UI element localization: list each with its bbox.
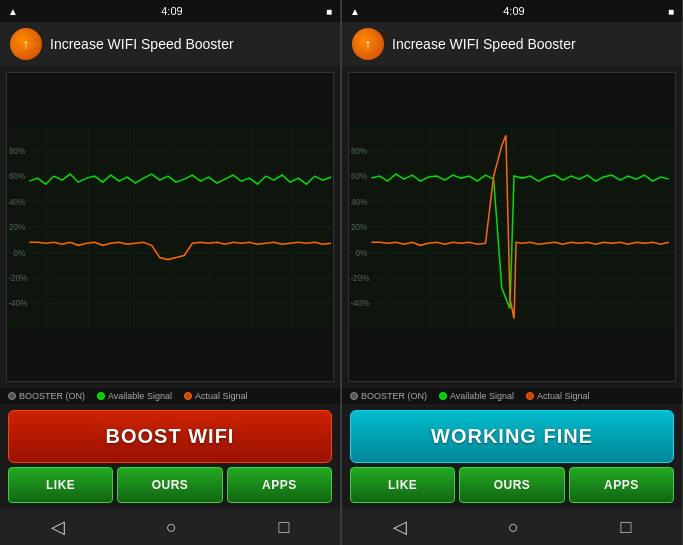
ours-button-left[interactable]: OURS xyxy=(117,467,222,503)
back-icon-right[interactable]: ◁ xyxy=(393,516,407,538)
bottom-buttons-right: LIKE OURS APPS xyxy=(350,467,674,503)
svg-text:-20%: -20% xyxy=(8,274,27,283)
wifi-icon-left: ▲ xyxy=(8,6,18,17)
battery-icon-left: ■ xyxy=(326,6,332,17)
status-icons-left: ▲ xyxy=(8,6,18,17)
svg-text:20%: 20% xyxy=(9,223,25,232)
battery-icon-right: ■ xyxy=(668,6,674,17)
apps-button-left[interactable]: APPS xyxy=(227,467,332,503)
nav-bar-right: ◁ ○ □ xyxy=(342,509,682,545)
legend-booster-label-left: BOOSTER (ON) xyxy=(19,391,85,401)
legend-actual-label-right: Actual Signal xyxy=(537,391,590,401)
chart-area-left: 80% 60% 40% 20% 0% -20% -40% xyxy=(6,72,334,382)
chart-svg-left: 80% 60% 40% 20% 0% -20% -40% xyxy=(7,73,333,381)
app-title-left: Increase WIFI Speed Booster xyxy=(50,36,234,52)
chart-legend-right: BOOSTER (ON) Available Signal Actual Sig… xyxy=(342,388,682,404)
app-logo-right: ↑ xyxy=(352,28,384,60)
ours-button-right[interactable]: OURS xyxy=(459,467,564,503)
right-panel: ▲ 4:09 ■ ↑ Increase WIFI Speed Booster xyxy=(342,0,683,545)
battery-icons-right: ■ xyxy=(668,6,674,17)
svg-text:20%: 20% xyxy=(351,223,367,232)
recents-icon-left[interactable]: □ xyxy=(278,517,289,538)
chart-area-right: 80% 60% 40% 20% 0% -20% -40% xyxy=(348,72,676,382)
home-icon-left[interactable]: ○ xyxy=(166,517,177,538)
wifi-icon-right: ▲ xyxy=(350,6,360,17)
chart-svg-right: 80% 60% 40% 20% 0% -20% -40% xyxy=(349,73,675,381)
svg-text:60%: 60% xyxy=(351,172,367,181)
like-button-right[interactable]: LIKE xyxy=(350,467,455,503)
legend-dot-orange-right xyxy=(526,392,534,400)
legend-dot-gray-right xyxy=(350,392,358,400)
recents-icon-right[interactable]: □ xyxy=(620,517,631,538)
back-icon-left[interactable]: ◁ xyxy=(51,516,65,538)
left-panel: ▲ 4:09 ■ ↑ Increase WIFI Speed Booster xyxy=(0,0,341,545)
legend-actual-left: Actual Signal xyxy=(184,391,248,401)
legend-dot-green-left xyxy=(97,392,105,400)
legend-available-label-left: Available Signal xyxy=(108,391,172,401)
chart-legend-left: BOOSTER (ON) Available Signal Actual Sig… xyxy=(0,388,340,404)
app-logo-left: ↑ xyxy=(10,28,42,60)
like-button-left[interactable]: LIKE xyxy=(8,467,113,503)
legend-actual-right: Actual Signal xyxy=(526,391,590,401)
svg-text:-40%: -40% xyxy=(8,299,27,308)
svg-text:0%: 0% xyxy=(356,249,368,258)
legend-dot-gray-left xyxy=(8,392,16,400)
bottom-buttons-left: LIKE OURS APPS xyxy=(8,467,332,503)
status-bar-right: ▲ 4:09 ■ xyxy=(342,0,682,22)
legend-available-label-right: Available Signal xyxy=(450,391,514,401)
boost-wifi-button[interactable]: BOOST WIFI xyxy=(8,410,332,463)
app-title-right: Increase WIFI Speed Booster xyxy=(392,36,576,52)
legend-available-right: Available Signal xyxy=(439,391,514,401)
svg-text:-40%: -40% xyxy=(350,299,369,308)
legend-dot-green-right xyxy=(439,392,447,400)
battery-icons-left: ■ xyxy=(326,6,332,17)
svg-text:80%: 80% xyxy=(9,147,25,156)
app-header-left: ↑ Increase WIFI Speed Booster xyxy=(0,22,340,66)
time-right: 4:09 xyxy=(503,5,524,17)
nav-bar-left: ◁ ○ □ xyxy=(0,509,340,545)
apps-button-right[interactable]: APPS xyxy=(569,467,674,503)
svg-text:80%: 80% xyxy=(351,147,367,156)
app-header-right: ↑ Increase WIFI Speed Booster xyxy=(342,22,682,66)
legend-booster-right: BOOSTER (ON) xyxy=(350,391,427,401)
svg-text:-20%: -20% xyxy=(350,274,369,283)
legend-actual-label-left: Actual Signal xyxy=(195,391,248,401)
working-fine-button[interactable]: WORKING FINE xyxy=(350,410,674,463)
time-left: 4:09 xyxy=(161,5,182,17)
status-bar-left: ▲ 4:09 ■ xyxy=(0,0,340,22)
svg-text:40%: 40% xyxy=(9,198,25,207)
legend-available-left: Available Signal xyxy=(97,391,172,401)
svg-text:60%: 60% xyxy=(9,172,25,181)
home-icon-right[interactable]: ○ xyxy=(508,517,519,538)
legend-booster-left: BOOSTER (ON) xyxy=(8,391,85,401)
legend-booster-label-right: BOOSTER (ON) xyxy=(361,391,427,401)
svg-text:0%: 0% xyxy=(14,249,26,258)
status-icons-right: ▲ xyxy=(350,6,360,17)
svg-text:40%: 40% xyxy=(351,198,367,207)
legend-dot-orange-left xyxy=(184,392,192,400)
